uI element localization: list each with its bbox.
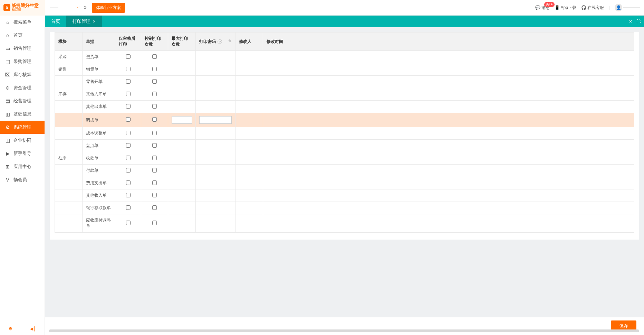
max-print-input[interactable] [172,116,192,124]
sidebar-item-0[interactable]: ⌕搜索菜单 [0,16,45,29]
cell-module: 库存 [55,88,83,101]
audit-checkbox[interactable] [126,193,131,197]
table-row: 零售开单 [55,76,634,88]
try-industry-button[interactable]: 体验行业方案 [92,3,125,13]
sidebar-item-10[interactable]: ▶新手引导 [0,147,45,160]
ctrl-checkbox[interactable] [152,221,157,225]
horizontal-scrollbar[interactable] [49,329,639,332]
audit-checkbox[interactable] [126,205,131,210]
ctrl-checkbox[interactable] [152,117,157,122]
settings-icon[interactable]: ⚙ [83,5,87,10]
sidebar-item-icon: ▭ [5,46,10,51]
audit-checkbox[interactable] [126,54,131,59]
tab-1[interactable]: 打印管理✕ [66,16,102,27]
tab-bar: 首页打印管理✕ ✕ ⛶ [45,16,644,27]
audit-checkbox[interactable] [126,79,131,84]
audit-checkbox[interactable] [126,104,131,109]
ctrl-checkbox[interactable] [152,193,157,197]
audit-checkbox[interactable] [126,117,131,122]
ctrl-checkbox[interactable] [152,79,157,84]
ctrl-checkbox[interactable] [152,92,157,96]
cell-ctrl [141,101,168,113]
app-download-link[interactable]: 📱 App下载 [555,5,576,11]
sidebar-item-label: 经营管理 [13,98,31,104]
sidebar-item-icon: ⌂ [5,32,10,38]
sidebar-item-icon: ▥ [5,111,10,117]
ctrl-checkbox[interactable] [152,104,157,109]
sidebar-item-4[interactable]: ⌧库存核算 [0,68,45,81]
edit-icon[interactable]: ✎ [228,39,232,44]
sidebar-item-7[interactable]: ▥基础信息 [0,108,45,121]
cell-pwd [196,177,236,189]
fullscreen-icon[interactable]: ⛶ [636,19,641,24]
ctrl-checkbox[interactable] [152,67,157,71]
top-right: 💬 消息 99 + 📱 App下载 🎧 在线客服 | 👤 ———— [535,4,640,11]
separator: | [609,5,610,10]
footer-bar: 保存 [45,317,644,335]
cell-module [55,177,83,189]
ctrl-checkbox[interactable] [152,143,157,148]
tab-close-all-icon[interactable]: ✕ [629,19,632,24]
sidebar-item-icon: ⊙ [5,85,10,91]
ctrl-checkbox[interactable] [152,156,157,160]
cell-user [236,177,263,189]
ctrl-checkbox[interactable] [152,168,157,173]
sidebar-item-5[interactable]: ⊙资金管理 [0,81,45,94]
tab-0[interactable]: 首页 [45,16,66,27]
audit-checkbox[interactable] [126,92,131,96]
cell-time [263,76,634,88]
cell-audit [115,63,141,76]
table-row: 调拔单 [55,113,634,127]
audit-checkbox[interactable] [126,131,131,135]
cell-max [168,127,196,140]
print-password-input[interactable] [199,116,232,124]
cell-time [263,189,634,202]
audit-checkbox[interactable] [126,168,131,173]
tab-label: 首页 [51,18,60,25]
tab-close-icon[interactable]: ✕ [93,19,96,24]
cell-time [263,177,634,189]
user-menu[interactable]: 👤 ———— [615,4,640,11]
ctrl-checkbox[interactable] [152,180,157,185]
cell-doc: 应收应付调整单 [83,214,115,233]
audit-checkbox[interactable] [126,221,131,225]
audit-checkbox[interactable] [126,156,131,160]
cell-max [168,152,196,165]
help-icon[interactable]: ? [218,39,222,44]
audit-checkbox[interactable] [126,67,131,71]
sidebar-footer: ⚙ ◀│ [0,322,45,335]
cell-module: 采购 [55,51,83,63]
th-pwd: 打印密码 ? ✎ [196,32,236,51]
cell-time [263,51,634,63]
ctrl-checkbox[interactable] [152,54,157,59]
sidebar-item-12[interactable]: V畅会员 [0,173,45,186]
ctrl-checkbox[interactable] [152,205,157,210]
cell-audit [115,113,141,127]
brand-icon: b [3,4,10,11]
cell-user [236,152,263,165]
messages-link[interactable]: 💬 消息 99 + [535,5,550,11]
customer-service-link[interactable]: 🎧 在线客服 [581,5,604,11]
sidebar-item-2[interactable]: ▭销售管理 [0,42,45,55]
cell-module [55,189,83,202]
cell-user [236,113,263,127]
sidebar-item-9[interactable]: ◫企业协同 [0,134,45,147]
sidebar-item-1[interactable]: ⌂首页 [0,29,45,42]
audit-checkbox[interactable] [126,143,131,148]
sidebar-item-11[interactable]: ⊞应用中心 [0,160,45,173]
table-row: 盘点单 [55,140,634,152]
cell-module [55,165,83,177]
ctrl-checkbox[interactable] [152,131,157,135]
cell-doc: 付款单 [83,165,115,177]
cell-doc: 其他入库单 [83,88,115,101]
audit-checkbox[interactable] [126,180,131,185]
sidebar-collapse-icon[interactable]: ◀│ [30,326,36,331]
sidebar-item-3[interactable]: ⬚采购管理 [0,55,45,68]
sidebar-item-8[interactable]: ⚙系统管理 [0,121,45,134]
tenant-selector[interactable]: —— ﹀ [50,5,80,11]
sidebar-item-6[interactable]: ▤经营管理 [0,94,45,108]
cell-audit [115,127,141,140]
table-row: 库存其他入库单 [55,88,634,101]
sidebar-settings-icon[interactable]: ⚙ [9,326,12,331]
cell-module [55,101,83,113]
